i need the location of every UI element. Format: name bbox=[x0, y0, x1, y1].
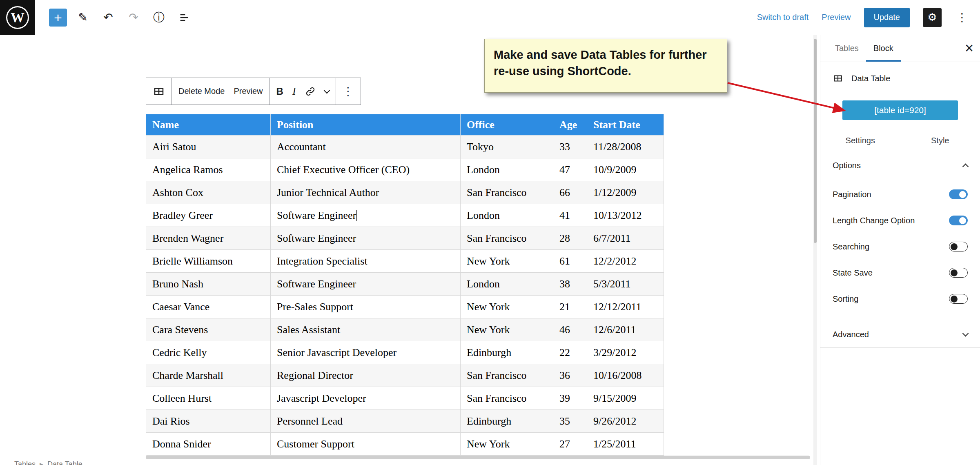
table-cell[interactable]: Bradley Greer bbox=[146, 204, 271, 227]
list-view-button[interactable] bbox=[175, 8, 194, 27]
table-cell[interactable]: 3/29/2012 bbox=[587, 341, 664, 364]
table-cell[interactable]: Brielle Williamson bbox=[146, 250, 271, 273]
table-cell[interactable]: 10/16/2008 bbox=[587, 364, 664, 387]
table-cell[interactable]: Colleen Hurst bbox=[146, 387, 271, 410]
tab-settings[interactable]: Settings bbox=[820, 129, 900, 152]
table-cell[interactable]: 12/6/2011 bbox=[587, 318, 664, 341]
more-formatting-button[interactable] bbox=[325, 87, 329, 96]
table-cell[interactable]: 1/25/2011 bbox=[587, 433, 664, 456]
shortcode-button[interactable]: [table id=920] bbox=[842, 100, 958, 120]
table-cell[interactable]: 22 bbox=[553, 341, 587, 364]
table-cell[interactable]: 10/9/2009 bbox=[587, 158, 664, 181]
tab-block[interactable]: Block bbox=[866, 35, 901, 62]
table-cell[interactable]: Software Engineer bbox=[271, 227, 461, 250]
table-cell[interactable]: Integration Specialist bbox=[271, 250, 461, 273]
table-cell[interactable]: Chief Executive Officer (CEO) bbox=[271, 158, 461, 181]
table-cell[interactable]: 28 bbox=[553, 227, 587, 250]
searching-toggle[interactable] bbox=[949, 242, 968, 251]
table-cell[interactable]: 33 bbox=[553, 136, 587, 158]
table-cell[interactable]: Cara Stevens bbox=[146, 318, 271, 341]
table-cell[interactable]: New York bbox=[461, 296, 553, 318]
column-header[interactable]: Office bbox=[461, 114, 553, 136]
options-panel-header[interactable]: Options bbox=[820, 152, 980, 179]
preview-mode-button[interactable]: Preview bbox=[234, 87, 263, 96]
column-header[interactable]: Age bbox=[553, 114, 587, 136]
table-cell[interactable]: 11/28/2008 bbox=[587, 136, 664, 158]
table-cell[interactable]: San Francisco bbox=[461, 227, 553, 250]
table-cell[interactable]: London bbox=[461, 204, 553, 227]
bold-button[interactable]: B bbox=[276, 86, 283, 97]
table-cell[interactable]: 36 bbox=[553, 364, 587, 387]
breadcrumb-root[interactable]: Tables bbox=[14, 460, 36, 465]
table-cell[interactable]: San Francisco bbox=[461, 387, 553, 410]
column-header[interactable]: Name bbox=[146, 114, 271, 136]
link-button[interactable] bbox=[305, 86, 316, 97]
table-cell[interactable]: Dai Rios bbox=[146, 410, 271, 433]
table-cell[interactable]: 12/12/2011 bbox=[587, 296, 664, 318]
table-cell[interactable]: Javascript Developer bbox=[271, 387, 461, 410]
table-cell[interactable]: Brenden Wagner bbox=[146, 227, 271, 250]
column-header[interactable]: Position bbox=[271, 114, 461, 136]
table-cell[interactable]: New York bbox=[461, 318, 553, 341]
table-cell[interactable]: Cedric Kelly bbox=[146, 341, 271, 364]
table-cell[interactable]: San Francisco bbox=[461, 364, 553, 387]
table-cell[interactable]: Charde Marshall bbox=[146, 364, 271, 387]
table-cell[interactable]: 21 bbox=[553, 296, 587, 318]
table-cell[interactable]: 66 bbox=[553, 181, 587, 204]
table-cell[interactable]: Software Engineer bbox=[271, 273, 461, 296]
table-cell[interactable]: 6/7/2011 bbox=[587, 227, 664, 250]
table-cell[interactable]: San Francisco bbox=[461, 181, 553, 204]
close-sidebar-button[interactable]: × bbox=[965, 40, 973, 56]
preview-link[interactable]: Preview bbox=[822, 13, 851, 22]
table-cell[interactable]: Bruno Nash bbox=[146, 273, 271, 296]
wordpress-logo[interactable]: W bbox=[0, 0, 35, 35]
table-cell[interactable]: 12/2/2012 bbox=[587, 250, 664, 273]
switch-to-draft-link[interactable]: Switch to draft bbox=[757, 13, 809, 22]
table-cell[interactable]: 1/12/2009 bbox=[587, 181, 664, 204]
sorting-toggle[interactable] bbox=[949, 294, 968, 304]
advanced-panel-header[interactable]: Advanced bbox=[820, 321, 980, 348]
table-cell[interactable]: Software Engineer bbox=[271, 204, 461, 227]
table-cell[interactable]: Pre-Sales Support bbox=[271, 296, 461, 318]
details-button[interactable]: ⓘ bbox=[149, 8, 168, 27]
table-cell[interactable]: Airi Satou bbox=[146, 136, 271, 158]
table-cell[interactable]: Tokyo bbox=[461, 136, 553, 158]
add-block-button[interactable]: + bbox=[49, 9, 67, 27]
table-cell[interactable]: 47 bbox=[553, 158, 587, 181]
table-cell[interactable]: Caesar Vance bbox=[146, 296, 271, 318]
horizontal-scrollbar[interactable] bbox=[146, 456, 810, 459]
vertical-scrollbar-thumb[interactable] bbox=[814, 39, 817, 243]
tab-tables[interactable]: Tables bbox=[828, 35, 866, 62]
table-cell[interactable]: Edinburgh bbox=[461, 410, 553, 433]
length-change-option-toggle[interactable] bbox=[949, 216, 968, 225]
table-cell[interactable]: 9/26/2012 bbox=[587, 410, 664, 433]
table-cell[interactable]: Junior Technical Author bbox=[271, 181, 461, 204]
block-options-button[interactable]: ⋮ bbox=[343, 85, 354, 98]
delete-mode-button[interactable]: Delete Mode bbox=[178, 87, 225, 96]
pagination-toggle[interactable] bbox=[949, 189, 968, 199]
state-save-toggle[interactable] bbox=[949, 268, 968, 278]
table-cell[interactable]: 39 bbox=[553, 387, 587, 410]
update-button[interactable]: Update bbox=[864, 8, 910, 27]
tools-pencil-button[interactable]: ✎ bbox=[74, 8, 92, 27]
table-cell[interactable]: 27 bbox=[553, 433, 587, 456]
italic-button[interactable]: I bbox=[292, 85, 296, 98]
table-cell[interactable]: 5/3/2011 bbox=[587, 273, 664, 296]
table-cell[interactable]: 9/15/2009 bbox=[587, 387, 664, 410]
table-cell[interactable]: Accountant bbox=[271, 136, 461, 158]
tab-style[interactable]: Style bbox=[900, 129, 980, 152]
more-options-button[interactable]: ⋮ bbox=[955, 11, 969, 24]
table-cell[interactable]: Personnel Lead bbox=[271, 410, 461, 433]
undo-button[interactable]: ↶ bbox=[99, 8, 118, 27]
table-cell[interactable]: Customer Support bbox=[271, 433, 461, 456]
redo-button[interactable]: ↷ bbox=[124, 8, 143, 27]
table-cell[interactable]: Donna Snider bbox=[146, 433, 271, 456]
table-cell[interactable]: 46 bbox=[553, 318, 587, 341]
table-cell[interactable]: London bbox=[461, 273, 553, 296]
table-cell[interactable]: New York bbox=[461, 250, 553, 273]
table-cell[interactable]: 41 bbox=[553, 204, 587, 227]
table-cell[interactable]: New York bbox=[461, 433, 553, 456]
table-cell[interactable]: Edinburgh bbox=[461, 341, 553, 364]
table-cell[interactable]: London bbox=[461, 158, 553, 181]
vertical-scrollbar[interactable] bbox=[813, 35, 817, 465]
